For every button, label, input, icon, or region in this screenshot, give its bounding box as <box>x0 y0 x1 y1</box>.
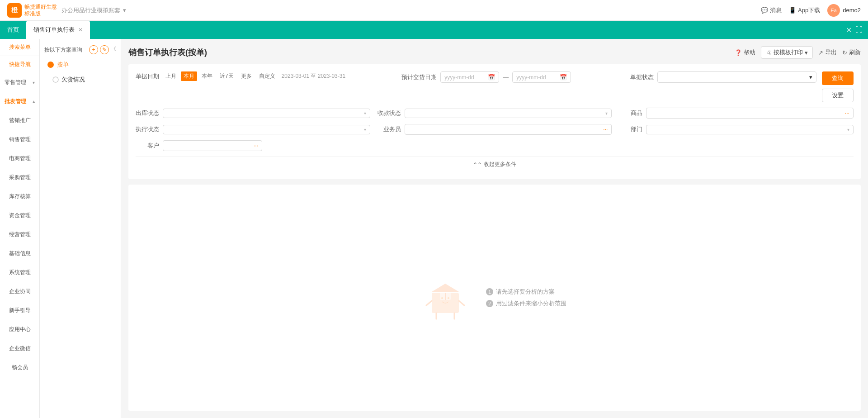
scheme-item-debt[interactable]: 欠货情况 <box>40 72 121 87</box>
sidebar-item-wechat[interactable]: 企业微信 <box>0 339 39 358</box>
scheme-item-anpress[interactable]: 按单 <box>40 57 121 72</box>
sidebar-item-basic[interactable]: 基础信息 <box>0 244 39 263</box>
customer-input[interactable]: ··· <box>163 140 262 151</box>
breadcrumb-arrow-icon: ▾ <box>123 7 126 14</box>
logo-area: 橙 畅捷通好生意 标准版 <box>7 3 57 18</box>
filter-card: 单据日期 上月 本月 本年 近7天 更多 自定义 2023-03-01 至 20… <box>128 64 861 179</box>
tip-2-number: 2 <box>486 300 493 307</box>
calendar-end-icon: 📅 <box>560 74 567 81</box>
sidebar-quick-nav[interactable]: 快捷导航 <box>0 56 39 73</box>
settings-button[interactable]: 设置 <box>822 89 854 102</box>
department-select[interactable]: ▾ <box>646 125 854 134</box>
app-icon: 📱 <box>789 7 796 14</box>
scheme-panel: 按以下方案查询 + ✎ 《 按单 欠货情况 <box>40 39 121 418</box>
scheme-add-button[interactable]: + <box>89 45 98 54</box>
svg-point-0 <box>53 77 58 82</box>
sidebar-item-enterprise[interactable]: 企业协同 <box>0 282 39 301</box>
user-menu-button[interactable]: Ea demo2 <box>827 4 861 17</box>
app-download-button[interactable]: 📱 App下载 <box>789 6 820 14</box>
status-arrow-icon: ▾ <box>809 74 812 81</box>
page-actions: ❓ 帮助 🖨 按模板打印 ▾ ↗ 导出 ↻ 刷新 <box>735 46 861 59</box>
sidebar-item-inventory[interactable]: 库存核算 <box>0 187 39 206</box>
scheme-sub-icon <box>52 76 59 83</box>
tab-home[interactable]: 首页 <box>0 21 26 39</box>
sidebar-item-purchase[interactable]: 采购管理 <box>0 168 39 187</box>
date-filter-group: 单据日期 上月 本月 本年 近7天 更多 自定义 2023-03-01 至 20… <box>136 71 396 81</box>
date-shortcut-7days[interactable]: 近7天 <box>217 71 236 81</box>
goods-input[interactable]: ··· <box>646 108 854 119</box>
sidebar-item-ecommerce[interactable]: 电商管理 <box>0 149 39 168</box>
sidebar-item-marketing[interactable]: 营销推广 <box>0 111 39 130</box>
expected-date-start[interactable]: yyyy-mm-dd 📅 <box>440 71 499 83</box>
sidebar-item-member[interactable]: 畅会员 <box>0 358 39 377</box>
department-arrow: ▾ <box>847 127 849 132</box>
salesperson-input[interactable]: ··· <box>405 124 612 135</box>
refresh-button[interactable]: ↻ 刷新 <box>842 48 861 57</box>
sidebar-item-appstore[interactable]: 应用中心 <box>0 320 39 339</box>
sidebar-search[interactable]: 搜索菜单 <box>0 39 39 56</box>
filter-collapse-bar[interactable]: ⌃⌃ 收起更多条件 <box>136 157 854 172</box>
scheme-edit-button[interactable]: ✎ <box>100 45 109 54</box>
sidebar-item-sales[interactable]: 销售管理 <box>0 130 39 149</box>
date-shortcut-more[interactable]: 更多 <box>238 71 255 81</box>
header-left: 橙 畅捷通好生意 标准版 办公用品行业模拟账套 ▾ <box>7 3 126 18</box>
tab-expand-icon[interactable]: ⛶ <box>855 26 863 34</box>
template-print-button[interactable]: 🖨 按模板打印 ▾ <box>761 46 813 59</box>
scheme-panel-header: 按以下方案查询 + ✎ 《 <box>40 43 121 57</box>
tab-close-icon[interactable]: ✕ <box>78 27 83 33</box>
help-button[interactable]: ❓ 帮助 <box>735 48 755 57</box>
breadcrumb[interactable]: 办公用品行业模拟账套 ▾ <box>61 6 126 14</box>
date-shortcut-thisyear[interactable]: 本年 <box>199 71 215 81</box>
tab-bar: 首页 销售订单执行表 ✕ ✕ ⛶ <box>0 21 868 39</box>
chevron-down-icon: ▾ <box>33 80 35 85</box>
collect-status-select[interactable]: ▾ <box>405 109 612 118</box>
refresh-icon: ↻ <box>842 49 847 56</box>
filter-row-2: 出库状态 ▾ 收款状态 ▾ 商品 <box>136 108 854 119</box>
sidebar-item-retail[interactable]: 零售管理 ▾ <box>0 73 39 92</box>
customer-group: 客户 ··· <box>136 140 262 151</box>
tip-1-text: 请先选择要分析的方案 <box>496 288 555 296</box>
logo-icon: 橙 <box>7 3 22 18</box>
page-title: 销售订单执行表(按单) <box>128 47 207 58</box>
salesperson-dots-icon: ··· <box>603 126 608 133</box>
out-status-label: 出库状态 <box>136 109 159 117</box>
sidebar-item-finance[interactable]: 资金管理 <box>0 206 39 225</box>
out-status-arrow: ▾ <box>364 111 366 116</box>
filter-row-1: 单据日期 上月 本月 本年 近7天 更多 自定义 2023-03-01 至 20… <box>136 71 854 102</box>
export-button[interactable]: ↗ 导出 <box>818 48 837 57</box>
empty-icon <box>423 275 468 321</box>
tab-sales-exec[interactable]: 销售订单执行表 ✕ <box>26 21 90 39</box>
expected-date-end[interactable]: yyyy-mm-dd 📅 <box>512 71 571 83</box>
status-select[interactable]: ▾ <box>657 71 816 83</box>
filter-row-4: 客户 ··· <box>136 140 854 151</box>
sidebar-item-operation[interactable]: 经营管理 <box>0 225 39 244</box>
date-range-display: 2023-03-01 至 2023-03-31 <box>282 72 345 80</box>
export-icon: ↗ <box>818 49 823 56</box>
scheme-collapse-button[interactable]: 《 <box>111 45 116 54</box>
message-icon: 💬 <box>761 7 768 14</box>
empty-tips: 1 请先选择要分析的方案 2 用过滤条件来缩小分析范围 <box>486 288 566 308</box>
print-icon: 🖨 <box>766 49 772 56</box>
sidebar-item-wholesale[interactable]: 批发管理 ▴ <box>0 92 39 111</box>
user-name: demo2 <box>843 7 861 14</box>
chevron-up-icon: ▴ <box>33 99 35 104</box>
empty-state: 1 请先选择要分析的方案 2 用过滤条件来缩小分析范围 <box>128 185 861 411</box>
query-button[interactable]: 查询 <box>822 71 854 85</box>
date-shortcut-custom[interactable]: 自定义 <box>256 71 278 81</box>
svg-line-7 <box>426 301 432 305</box>
exec-status-select[interactable]: ▾ <box>163 125 370 134</box>
scheme-panel-actions: + ✎ 《 <box>89 45 116 54</box>
exec-status-group: 执行状态 ▾ <box>136 125 370 134</box>
date-shortcut-lastmonth[interactable]: 上月 <box>163 71 179 81</box>
tab-close-window-icon[interactable]: ✕ <box>846 26 852 34</box>
expected-date-label: 预计交货日期 <box>401 73 437 81</box>
date-shortcut-thismonth[interactable]: 本月 <box>181 71 197 81</box>
exec-status-arrow: ▾ <box>364 127 366 132</box>
calendar-icon: 📅 <box>488 74 495 81</box>
message-button[interactable]: 💬 消息 <box>761 6 782 14</box>
out-status-select[interactable]: ▾ <box>163 109 370 118</box>
sidebar-item-newbie[interactable]: 新手引导 <box>0 301 39 320</box>
department-label: 部门 <box>619 125 642 133</box>
sidebar-item-system[interactable]: 系统管理 <box>0 263 39 282</box>
right-content: 销售订单执行表(按单) ❓ 帮助 🖨 按模板打印 ▾ ↗ 导出 <box>121 39 868 418</box>
